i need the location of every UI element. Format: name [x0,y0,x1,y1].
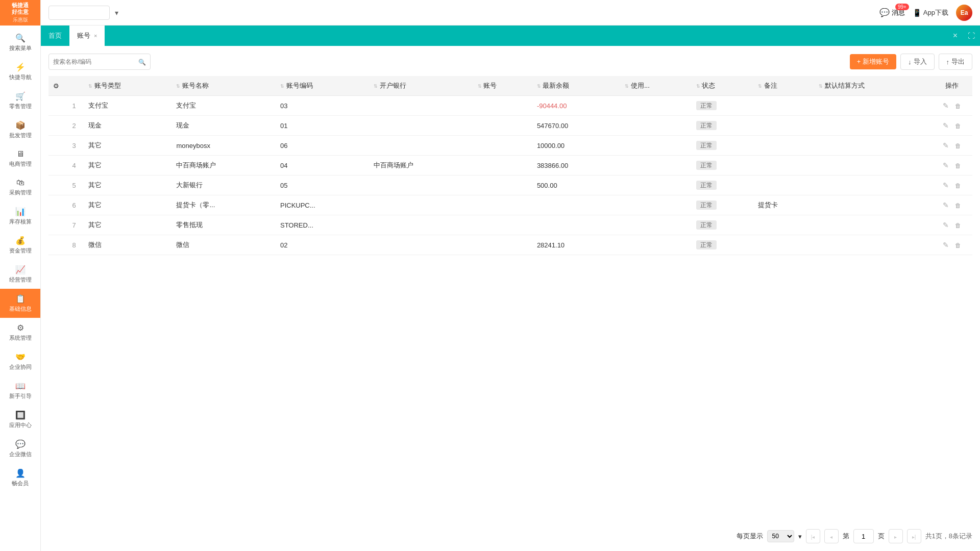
sidebar-item-enterprise-wechat[interactable]: 💬企业微信 [0,434,40,463]
row-bank-2 [370,136,474,156]
col-name-header[interactable]: ⇅ 账号名称 [172,76,276,96]
app-download-button[interactable]: App下载 [913,8,948,17]
row-name-1: 现金 [172,116,276,136]
row-status-6: 正常 [692,215,754,235]
delete-button-5[interactable] [953,201,963,209]
first-page-button[interactable] [806,529,820,543]
tab-close-accounts[interactable]: × [94,33,97,39]
edit-button-7[interactable] [941,241,951,249]
delete-button-4[interactable] [953,181,963,189]
edit-button-6[interactable] [941,221,951,229]
col-remark-header[interactable]: ⇅ 备注 [754,76,815,96]
table-row: 3 其它 moneybosx 06 10000.00 正常 [48,136,972,156]
sidebar-icon-newbie-guide: 📖 [15,381,26,391]
sidebar-item-enterprise-agreement[interactable]: 🤝企业协同 [0,347,40,376]
prev-page-button[interactable] [824,529,839,543]
page-number-input[interactable] [853,529,874,543]
col-balance-header[interactable]: ⇅ 最新余额 [533,76,621,96]
col-default-settlement-header[interactable]: ⇅ 默认结算方式 [815,76,932,96]
search-input[interactable] [49,58,134,65]
sidebar-label-ecommerce-mgmt: 电商管理 [9,160,32,168]
delete-button-7[interactable] [953,241,963,249]
message-button[interactable]: 消息 99+ [879,8,905,17]
export-button[interactable]: 导出 [939,54,973,70]
sidebar-item-basic-info[interactable]: 📋基础信息 [0,289,40,318]
edit-icon-4 [943,181,949,189]
dropdown-icon[interactable] [115,9,118,17]
sidebar-item-retail-mgmt[interactable]: 🛒零售管理 [0,86,40,115]
sidebar-item-wholesale-mgmt[interactable]: 📦批发管理 [0,115,40,144]
row-settings-2 [48,136,64,156]
edit-button-0[interactable] [941,102,951,110]
edit-button-3[interactable] [941,161,951,169]
edit-button-2[interactable] [941,141,951,149]
sidebar-label-app-center: 应用中心 [9,421,32,429]
tab-home[interactable]: 首页 [41,26,69,46]
add-account-button[interactable]: + 新增账号 [850,54,896,69]
delete-button-6[interactable] [953,221,963,229]
row-usage-2 [621,136,692,156]
user-avatar[interactable]: Ea [956,5,972,21]
status-badge-0: 正常 [696,101,717,110]
sidebar-icon-basic-info: 📋 [15,294,26,304]
table-row: 8 微信 微信 02 28241.10 正常 [48,235,972,255]
sidebar-label-wholesale-mgmt: 批发管理 [9,132,32,139]
first-page-icon [811,533,815,540]
import-button[interactable]: 导入 [900,54,935,70]
col-status-header[interactable]: ⇅ 状态 [692,76,754,96]
row-name-7: 微信 [172,235,276,255]
col-usage-header[interactable]: ⇅ 使用... [621,76,692,96]
expand-window-icon[interactable]: ⛶ [963,32,980,40]
col-bank-header[interactable]: ⇅ 开户银行 [370,76,474,96]
search-button[interactable] [134,58,150,66]
close-window-icon[interactable]: × [948,31,963,40]
sidebar-item-app-center[interactable]: 🔲应用中心 [0,405,40,434]
total-info: 共1页，8条记录 [925,532,972,541]
sidebar-item-inventory[interactable]: 📊库存核算 [0,202,40,231]
row-type-4: 其它 [84,176,172,195]
row-status-5: 正常 [692,195,754,215]
delete-button-1[interactable] [953,121,963,130]
row-usage-4 [621,176,692,195]
sidebar-icon-retail-mgmt: 🛒 [15,91,26,101]
sidebar-icon-capital-mgmt: 💰 [15,236,26,245]
last-page-button[interactable] [907,529,921,543]
next-page-button[interactable] [889,529,903,543]
row-remark-2 [754,136,815,156]
sidebar-item-newbie-guide[interactable]: 📖新手引导 [0,376,40,405]
edit-button-4[interactable] [941,181,951,189]
chevron-down-icon [115,9,118,17]
row-type-3: 其它 [84,156,172,176]
per-page-select[interactable]: 50 10 20 100 [767,530,794,542]
sidebar-item-ecommerce-mgmt[interactable]: 🖥电商管理 [0,144,40,173]
sidebar-item-search-menu[interactable]: 🔍搜索菜单 [0,28,40,57]
sidebar-item-shortcut[interactable]: ⚡快捷导航 [0,57,40,86]
row-num-4: 5 [64,176,84,195]
row-default-settlement-0 [815,96,932,116]
sidebar-label-enterprise-agreement: 企业协同 [9,363,32,371]
row-remark-1 [754,116,815,136]
row-default-settlement-3 [815,156,932,176]
col-code-header[interactable]: ⇅ 账号编码 [276,76,370,96]
sidebar-icon-membership: 👤 [15,468,26,478]
delete-button-3[interactable] [953,161,963,169]
table-settings-icon[interactable] [53,82,59,90]
row-num-2: 3 [64,136,84,156]
delete-icon-6 [955,221,961,229]
sidebar-item-system-mgmt[interactable]: ⚙系统管理 [0,318,40,347]
sidebar-item-capital-mgmt[interactable]: 💰资金管理 [0,231,40,260]
sidebar-item-purchase-mgmt[interactable]: 🛍采购管理 [0,173,40,202]
col-account-header[interactable]: ⇅ 账号 [474,76,533,96]
edit-button-1[interactable] [941,121,951,130]
edit-button-5[interactable] [941,201,951,209]
header-search-input[interactable] [48,6,110,20]
delete-button-2[interactable] [953,141,963,149]
sidebar-item-business-mgmt[interactable]: 📈经营管理 [0,260,40,289]
per-page-chevron [798,533,802,540]
tab-accounts[interactable]: 账号× [69,26,105,46]
sidebar-label-search-menu: 搜索菜单 [9,44,32,52]
sidebar-item-membership[interactable]: 👤畅会员 [0,463,40,492]
delete-button-0[interactable] [953,102,963,110]
table-row: 1 支付宝 支付宝 03 -90444.00 正常 [48,96,972,116]
col-type-header[interactable]: ⇅ 账号类型 [84,76,172,96]
